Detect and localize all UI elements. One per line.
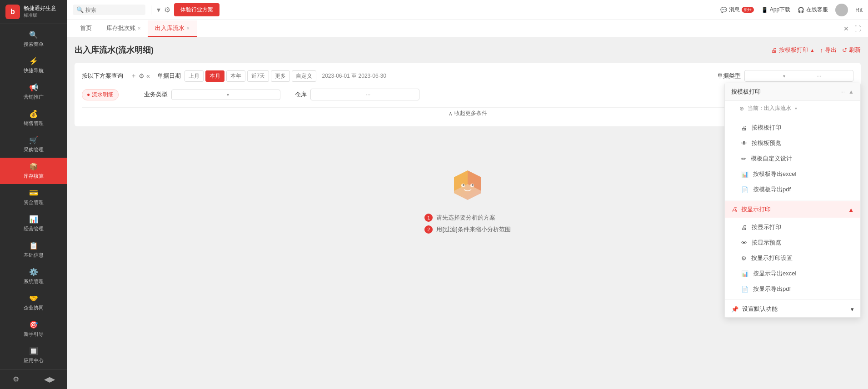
dropdown-item-template_export_excel[interactable]: 📊按模板导出excel	[725, 166, 860, 182]
condition-settings-btn[interactable]: ⚙	[139, 72, 145, 80]
search-icon: 🔍	[29, 30, 38, 39]
avatar[interactable]	[835, 4, 848, 16]
sidebar-item-inventory[interactable]: 📦 库存核算	[0, 158, 67, 184]
headset-icon: 🎧	[798, 7, 804, 13]
tabs-bar: 首页库存批次账 ×出入库流水 × ✕ ⛶	[67, 20, 868, 37]
doc-type-select[interactable]: ▾ ···	[744, 70, 853, 82]
printer-icon: 🖨	[771, 47, 777, 54]
active-filter-display: ● 流水明细	[82, 89, 119, 100]
industry-btn[interactable]: 体验行业方案	[174, 3, 219, 16]
empty-step-2: 2 用[过滤]条件来缩小分析范围	[424, 224, 510, 235]
date-tab-current_month[interactable]: 本月	[205, 70, 224, 82]
shortcut-icon: ⚡	[29, 57, 38, 65]
sidebar-item-finance[interactable]: 💳 资金管理	[0, 184, 67, 210]
print-expand-icon: ▲	[810, 48, 815, 53]
tab-flow[interactable]: 出入库流水 ×	[148, 20, 196, 37]
sidebar-item-wechat[interactable]: 💬 企业微信	[0, 369, 67, 369]
default-func-label: 设置默认功能	[742, 305, 778, 313]
sales-icon: 💰	[29, 110, 38, 118]
sidebar-item-basic[interactable]: 📋 基础信息	[0, 237, 67, 263]
tab-close-icon[interactable]: ×	[186, 25, 189, 31]
message-btn[interactable]: 💬 消息 99+	[720, 6, 754, 14]
sidebar-item-label: 营销推广	[24, 94, 44, 100]
business-select-arrow: ▾	[227, 92, 275, 97]
display-print-section-header[interactable]: 🖨 按显示打印 ▲	[725, 201, 860, 218]
search-input[interactable]	[85, 7, 131, 13]
divider-2	[725, 200, 860, 200]
logo-icon: b	[5, 5, 20, 19]
refresh-icon: ↺	[842, 47, 847, 54]
dropdown-item-display_export_pdf[interactable]: 📄按显示导出pdf	[725, 281, 860, 297]
divider-3	[725, 299, 860, 300]
date-tab-last_month[interactable]: 上月	[185, 70, 204, 82]
business-type-select[interactable]: ▾	[171, 90, 280, 100]
sidebar-item-apps[interactable]: 🔲 应用中心	[0, 342, 67, 369]
settings-icon[interactable]: ⚙	[13, 375, 19, 384]
collapse-conditions-btn[interactable]: «	[146, 72, 150, 80]
template_customize-icon: ✏	[741, 155, 746, 162]
sidebar-item-shortcut[interactable]: ⚡ 快捷导航	[0, 52, 67, 79]
date-label: 单据日期	[157, 72, 181, 80]
add-condition-btn[interactable]: ＋	[130, 72, 137, 80]
export-btn[interactable]: ↑ 导出	[820, 46, 837, 54]
section2-collapse-icon: ▲	[848, 206, 854, 213]
sidebar-item-enterprise[interactable]: 🤝 企业协同	[0, 289, 67, 316]
date-filter-group: 单据日期 上月本月本年近7天更多自定义 2023-06-01 至 2023-06…	[157, 70, 710, 82]
sidebar-item-label: 快捷导航	[24, 67, 44, 74]
app-download-btn[interactable]: 📱 App下载	[761, 6, 790, 14]
dropdown-item-template_customize[interactable]: ✏模板自定义设计	[725, 151, 860, 166]
template_export_excel-icon: 📊	[741, 171, 748, 178]
sidebar-item-label: 企业协同	[24, 304, 44, 311]
topbar-search-box[interactable]: 🔍	[73, 5, 145, 15]
more-options-icon[interactable]: ···	[840, 89, 845, 95]
close-all-tabs-btn[interactable]: ✕	[842, 23, 851, 34]
dropdown-icon[interactable]: ▾	[157, 5, 160, 14]
empty-icon	[445, 159, 490, 204]
dropdown-item-display_preview[interactable]: 👁按显示预览	[725, 235, 860, 250]
date-tab-more[interactable]: 更多	[271, 70, 290, 82]
default-function-section[interactable]: 📌 设置默认功能 ▾	[725, 301, 860, 317]
collapse-icon[interactable]: ◀▶	[44, 375, 55, 384]
tab-close-icon[interactable]: ×	[138, 25, 140, 31]
sidebar-item-label: 新手引导	[24, 331, 44, 338]
dropdown-collapse-icon[interactable]: ▲	[848, 89, 854, 95]
display_settings-icon: ⚙	[741, 255, 747, 262]
tab-home[interactable]: 首页	[73, 20, 99, 37]
svg-point-6	[472, 184, 474, 186]
sidebar-item-search[interactable]: 🔍 搜索菜单	[0, 26, 67, 52]
dropdown-item-display_export_excel[interactable]: 📊按显示导出excel	[725, 266, 860, 281]
dropdown-item-template_preview[interactable]: 👁按模板预览	[725, 135, 860, 151]
sidebar-item-guide[interactable]: 🎯 新手引导	[0, 316, 67, 342]
warehouse-label: 仓库	[295, 90, 307, 99]
sidebar-item-operations[interactable]: 📊 经营管理	[0, 210, 67, 237]
customer-service-btn[interactable]: 🎧 在线客服	[798, 6, 828, 14]
dropdown-item-template_export_pdf[interactable]: 📄按模板导出pdf	[725, 182, 860, 197]
tab-batch[interactable]: 库存批次账 ×	[99, 20, 148, 37]
date-tab-current_year[interactable]: 本年	[226, 70, 245, 82]
date-tab-last7[interactable]: 近7天	[247, 70, 269, 82]
business-type-group: 业务类型 ▾	[144, 90, 280, 100]
page-header: 出入库流水(流水明细) 🖨 按模板打印 ▲ ↑ 导出 ↺ 刷新	[75, 45, 861, 55]
date-tab-custom[interactable]: 自定义	[292, 70, 316, 82]
warehouse-select[interactable]: ···	[310, 89, 419, 100]
refresh-btn[interactable]: ↺ 刷新	[842, 46, 861, 54]
settings-gear-icon[interactable]: ⚙	[164, 5, 170, 14]
dropdown-section-2: 🖨按显示打印👁按显示预览⚙按显示打印设置📊按显示导出excel📄按显示导出pdf	[725, 218, 860, 299]
sidebar-item-label: 应用中心	[24, 357, 44, 364]
dropdown-item-display_print[interactable]: 🖨按显示打印	[725, 219, 860, 235]
sidebar-item-marketing[interactable]: 📢 营销推广	[0, 79, 67, 105]
dropdown-item-template_print[interactable]: 🖨按模板打印	[725, 120, 860, 135]
print-btn[interactable]: 🖨 按模板打印 ▲	[771, 46, 815, 54]
sidebar-item-purchase[interactable]: 🛒 采购管理	[0, 131, 67, 158]
print-dropdown-panel: 按模板打印 ··· ▲ ⊕ 当前：出入库流水 ▾ 🖨按模板打印👁按模板预览✏模板…	[724, 83, 861, 318]
sidebar-item-sales[interactable]: 💰 销售管理	[0, 105, 67, 131]
dropdown-current-item: ⊕ 当前：出入库流水 ▾	[725, 101, 860, 116]
active-filter-tag[interactable]: ● 流水明细	[82, 89, 119, 100]
sidebar-item-label: 采购管理	[24, 146, 44, 153]
expand-tab-btn[interactable]: ⛶	[853, 23, 863, 34]
sidebar-item-system[interactable]: ⚙️ 系统管理	[0, 263, 67, 289]
logo-text: 畅捷通好生意 标准版	[24, 5, 56, 19]
sidebar-nav: 🔍 搜索菜单 ⚡ 快捷导航 📢 营销推广 💰 销售管理 🛒 采购管理 📦 库存核…	[0, 24, 67, 369]
dropdown-item-display_settings[interactable]: ⚙按显示打印设置	[725, 250, 860, 266]
finance-icon: 💳	[29, 189, 38, 197]
